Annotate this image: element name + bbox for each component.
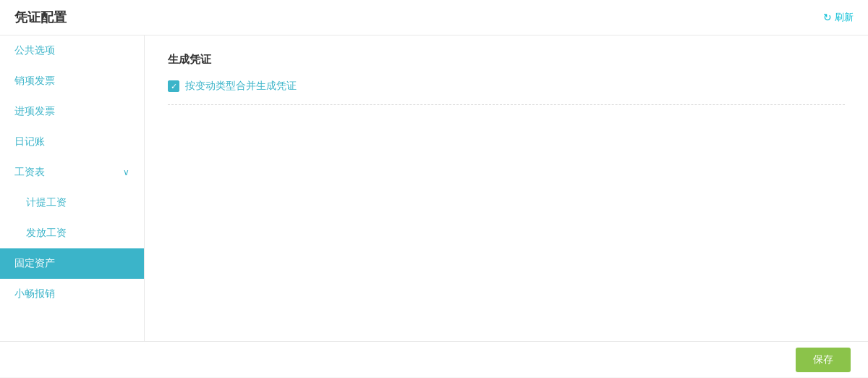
- checkbox-row: ✓ 按变动类型合并生成凭证: [168, 80, 845, 93]
- refresh-icon: ↻: [823, 12, 832, 23]
- sidebar-item-pay-payroll[interactable]: 发放工资: [0, 218, 144, 248]
- checkmark-icon: ✓: [171, 83, 177, 91]
- merge-checkbox[interactable]: ✓: [168, 80, 179, 92]
- sidebar-item-label: 公共选项: [14, 44, 55, 57]
- sidebar-item-label: 进项发票: [14, 105, 55, 118]
- sidebar-item-label: 小畅报销: [14, 287, 55, 301]
- chevron-down-icon: ∨: [123, 167, 129, 177]
- section-title: 生成凭证: [168, 53, 845, 67]
- page-footer: 保存: [0, 341, 868, 377]
- sidebar-item-label: 计提工资: [26, 196, 67, 209]
- save-button[interactable]: 保存: [796, 348, 851, 372]
- sidebar-item-label: 发放工资: [26, 227, 67, 240]
- sidebar-item-payroll[interactable]: 工资表∨: [0, 157, 144, 188]
- refresh-label: 刷新: [835, 11, 854, 24]
- sidebar-item-accrual-payroll[interactable]: 计提工资: [0, 188, 144, 218]
- sidebar-item-fixed-assets[interactable]: 固定资产: [0, 248, 144, 279]
- main-layout: 公共选项销项发票进项发票日记账工资表∨计提工资发放工资固定资产小畅报销 生成凭证…: [0, 35, 868, 341]
- sidebar-item-label: 固定资产: [14, 257, 55, 270]
- sidebar-item-purchase-invoice[interactable]: 进项发票: [0, 96, 144, 127]
- page-header: 凭证配置 ↻ 刷新: [0, 0, 868, 35]
- checkbox-label: 按变动类型合并生成凭证: [185, 80, 297, 93]
- sidebar-item-label: 工资表: [14, 166, 45, 179]
- sidebar-item-expense[interactable]: 小畅报销: [0, 279, 144, 309]
- sidebar-item-journal[interactable]: 日记账: [0, 127, 144, 157]
- sidebar: 公共选项销项发票进项发票日记账工资表∨计提工资发放工资固定资产小畅报销: [0, 35, 145, 341]
- content-area: 生成凭证 ✓ 按变动类型合并生成凭证: [145, 35, 868, 341]
- section-divider: [168, 104, 845, 105]
- sidebar-item-sales-invoice[interactable]: 销项发票: [0, 66, 144, 96]
- refresh-button[interactable]: ↻ 刷新: [823, 11, 854, 24]
- sidebar-item-label: 日记账: [14, 135, 45, 148]
- page-title: 凭证配置: [14, 9, 67, 26]
- sidebar-item-public[interactable]: 公共选项: [0, 35, 144, 66]
- sidebar-item-label: 销项发票: [14, 75, 55, 88]
